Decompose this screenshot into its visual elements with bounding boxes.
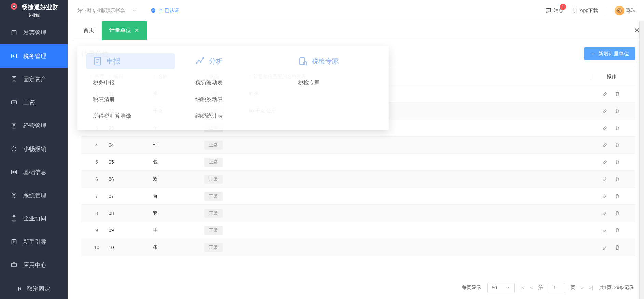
- cell-code: 06: [109, 176, 153, 182]
- page-next-icon[interactable]: >: [581, 285, 584, 290]
- edit-icon[interactable]: [602, 91, 608, 97]
- overlay-menu-item[interactable]: 税检专家: [291, 79, 380, 86]
- overlay-tab-declare[interactable]: 申报: [86, 53, 175, 69]
- edit-icon[interactable]: [602, 159, 608, 165]
- sidebar-unpin-button[interactable]: 取消固定: [0, 279, 68, 299]
- page-first-icon[interactable]: |<: [521, 285, 525, 290]
- sidebar-item-label: 工资: [23, 99, 35, 106]
- table-row[interactable]: 1010条正常: [81, 239, 635, 256]
- messages-button[interactable]: 消息 1: [545, 7, 563, 14]
- add-unit-button[interactable]: ＋ 新增计量单位: [584, 47, 635, 60]
- svg-text:新: 新: [13, 240, 15, 243]
- edit-icon[interactable]: [602, 194, 608, 199]
- sidebar-item-tax[interactable]: 税务管理: [0, 44, 68, 68]
- sidebar-item-invoice[interactable]: 发票管理: [0, 21, 68, 44]
- building-icon: [10, 75, 18, 83]
- sidebar-item-salary[interactable]: ¥工资: [0, 91, 68, 114]
- tab-label: 计量单位: [109, 27, 131, 34]
- overlay-menu-item[interactable]: 税负波动表: [189, 79, 277, 86]
- sidebar-item-label: 应用中心: [23, 261, 46, 269]
- overlay-menu-item[interactable]: 所得税汇算清缴: [86, 113, 175, 120]
- delete-icon[interactable]: [615, 159, 620, 165]
- svg-rect-20: [12, 263, 17, 267]
- sidebar-item-label: 基础信息: [23, 168, 46, 176]
- sidebar-item-business[interactable]: 经营管理: [0, 114, 68, 137]
- delete-icon[interactable]: [615, 142, 620, 148]
- tab-home[interactable]: 首页: [76, 21, 102, 40]
- page-last-icon[interactable]: >|: [589, 285, 593, 290]
- sidebar-item-collab[interactable]: 企业协同: [0, 207, 68, 230]
- overlay-menu-item[interactable]: 纳税波动表: [189, 96, 277, 103]
- refresh-icon: [10, 145, 18, 153]
- delete-icon[interactable]: [615, 245, 620, 250]
- chevron-down-icon: [505, 285, 510, 290]
- cell-status: 正常: [204, 226, 249, 235]
- edit-icon[interactable]: [602, 142, 608, 148]
- page-input[interactable]: [549, 283, 565, 293]
- sidebar-item-label: 系统管理: [23, 191, 46, 199]
- delete-icon[interactable]: [615, 194, 620, 199]
- table-row[interactable]: 909手正常: [81, 222, 635, 239]
- cell-name: 双: [153, 176, 204, 182]
- cell-op: [591, 91, 632, 97]
- money-icon: ¥: [10, 99, 18, 106]
- edit-icon[interactable]: [602, 245, 608, 250]
- svg-rect-8: [12, 77, 16, 82]
- tv-icon: [10, 261, 18, 269]
- delete-icon[interactable]: [615, 125, 620, 131]
- overlay-tab-label: 税检专家: [312, 57, 339, 66]
- edit-icon[interactable]: [602, 176, 608, 182]
- brand-block: 畅捷通好业财 专业版: [0, 0, 68, 21]
- app-download-button[interactable]: App下载: [572, 8, 598, 14]
- overlay-tab-analysis[interactable]: 分析: [189, 53, 277, 69]
- sidebar-item-label: 企业协同: [23, 215, 46, 223]
- edit-icon[interactable]: [602, 108, 608, 114]
- brand-logo-icon: [9, 2, 19, 12]
- svg-point-0: [13, 5, 15, 7]
- table-row[interactable]: 707台正常: [81, 188, 635, 205]
- overlay-tab-label: 分析: [209, 57, 223, 66]
- edit-icon[interactable]: [602, 211, 608, 216]
- per-page-select[interactable]: 50: [487, 283, 515, 293]
- delete-icon[interactable]: [615, 228, 620, 233]
- sidebar-item-assets[interactable]: 固定资产: [0, 68, 68, 91]
- cell-seq: 7: [85, 194, 109, 199]
- certified-badge[interactable]: 企 已认证: [150, 8, 179, 14]
- table-row[interactable]: 505包正常: [81, 154, 635, 171]
- cell-name: 条: [153, 244, 204, 251]
- sidebar-item-system[interactable]: 系统管理: [0, 184, 68, 207]
- table-row[interactable]: 808套正常: [81, 205, 635, 222]
- table-row[interactable]: 404件正常: [81, 137, 635, 154]
- chat-icon: [545, 7, 552, 14]
- delete-icon[interactable]: [615, 91, 620, 97]
- sidebar-item-apps[interactable]: 应用中心: [0, 253, 68, 276]
- page-prev-icon[interactable]: <: [530, 285, 533, 290]
- delete-icon[interactable]: [615, 108, 620, 114]
- cell-op: [591, 211, 632, 216]
- svg-point-15: [13, 195, 15, 196]
- edit-icon[interactable]: [602, 125, 608, 131]
- overlay-menu-item[interactable]: 税表清册: [86, 96, 175, 103]
- user-menu[interactable]: 🐵 珠珠: [615, 6, 636, 15]
- plus-icon: ＋: [590, 51, 595, 57]
- overlay-tab-expert[interactable]: 税检专家: [291, 53, 380, 69]
- sidebar-item-guide[interactable]: 新新手引导: [0, 230, 68, 253]
- cell-code: 08: [109, 211, 153, 216]
- svg-rect-21: [18, 287, 19, 291]
- sidebar-item-expense[interactable]: 小畅报销: [0, 137, 68, 160]
- close-icon[interactable]: ✕: [135, 27, 139, 34]
- delete-icon[interactable]: [615, 176, 620, 182]
- cell-code: 04: [109, 142, 153, 148]
- sidebar-scrollbar-track[interactable]: [639, 21, 644, 299]
- clipboard2-icon: [10, 215, 18, 222]
- sidebar-item-baseinfo[interactable]: 基础信息: [0, 160, 68, 184]
- delete-icon[interactable]: [615, 211, 620, 216]
- overlay-tab-label: 申报: [107, 57, 120, 66]
- tab-active[interactable]: 计量单位 ✕: [102, 21, 147, 40]
- pagination: 每页显示 50 |< < 第 页 > >| 共1页, 29条记录: [462, 283, 634, 293]
- table-row[interactable]: 606双正常: [81, 171, 635, 188]
- overlay-menu-item[interactable]: 纳税统计表: [189, 113, 277, 120]
- overlay-menu-item[interactable]: 税务申报: [86, 79, 175, 86]
- account-selector[interactable]: 好业财专业版演示帐套: [77, 5, 137, 16]
- edit-icon[interactable]: [602, 228, 608, 233]
